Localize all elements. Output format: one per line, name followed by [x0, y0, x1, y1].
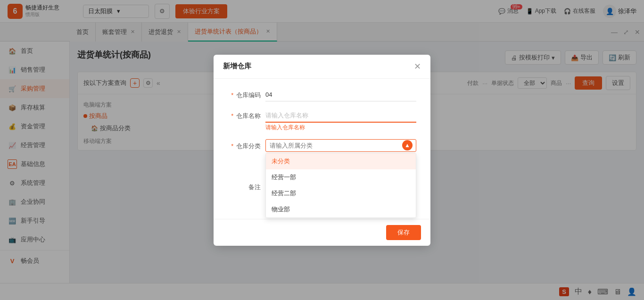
code-label: * 仓库编码	[228, 88, 265, 100]
required-icon3: *	[231, 142, 233, 150]
modal-header: 新增仓库 ✕	[214, 55, 430, 79]
name-label: * 仓库名称	[228, 109, 265, 120]
form-row-category: * 仓库分类 ▲ 未分类 经营一部 经营二部 物业部	[228, 139, 416, 152]
category-input-wrap: ▲ 未分类 经营一部 经营二部 物业部	[265, 139, 416, 152]
new-warehouse-modal: 新增仓库 ✕ * 仓库编码 * 仓库名称	[214, 55, 430, 246]
form-row-code: * 仓库编码	[228, 88, 416, 101]
dropdown-item-property[interactable]: 物业部	[266, 201, 416, 217]
category-dropdown-arrow[interactable]: ▲	[402, 140, 413, 150]
dropdown-item-none[interactable]: 未分类	[266, 153, 416, 169]
modal-body: * 仓库编码 * 仓库名称 请输入仓库名称	[214, 79, 430, 219]
required-icon: *	[231, 92, 233, 99]
category-dropdown-list: 未分类 经营一部 经营二部 物业部	[265, 153, 416, 218]
dropdown-item-dept1[interactable]: 经营一部	[266, 169, 416, 185]
modal-footer: 保存	[214, 219, 430, 246]
category-input[interactable]	[265, 139, 416, 152]
modal-title: 新增仓库	[223, 62, 251, 71]
name-error-tip: 请输入仓库名称	[265, 124, 416, 132]
modal-overlay[interactable]: 新增仓库 ✕ * 仓库编码 * 仓库名称	[0, 0, 644, 300]
category-label: * 仓库分类	[228, 139, 265, 150]
required-icon2: *	[231, 112, 233, 119]
code-input-wrap	[265, 88, 416, 101]
name-input-wrap: 请输入仓库名称	[265, 109, 416, 132]
remark-label: 备注	[228, 180, 265, 192]
modal-close-button[interactable]: ✕	[414, 61, 421, 72]
code-input[interactable]	[265, 88, 416, 101]
save-button[interactable]: 保存	[386, 225, 421, 240]
form-row-name: * 仓库名称 请输入仓库名称	[228, 109, 416, 132]
name-input[interactable]	[265, 109, 416, 123]
dropdown-item-dept2[interactable]: 经营二部	[266, 185, 416, 201]
